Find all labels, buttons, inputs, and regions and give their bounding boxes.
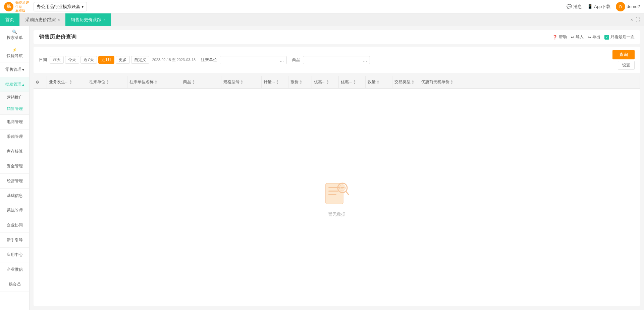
product-input-field[interactable] [306, 58, 362, 62]
sort-icon: ▲▼ [106, 80, 109, 85]
sidebar-item-sales-mgmt[interactable]: 销售管理 [0, 103, 29, 115]
date-btn-yesterday[interactable]: 昨天 [50, 56, 64, 64]
th-pretax-price[interactable]: 优惠前无税单价 ▲▼ [419, 76, 640, 88]
th-partner-name[interactable]: 往来单位名称 ▲▼ [127, 76, 181, 88]
sidebar-item-inventory[interactable]: 库存核算 [0, 144, 29, 159]
import-btn[interactable]: ↩ 导入 [571, 34, 584, 40]
table-header: ⚙ 业务发生... ▲▼ 往来单位 ▲▼ 往来单位名称 ▲▼ 商品 ▲▼ [34, 76, 640, 89]
sidebar-item-app-center[interactable]: 应用中心 [0, 248, 29, 262]
th-spec[interactable]: 规格型号 ▲▼ [221, 76, 262, 88]
tab-bar-actions: × ⛶ [626, 13, 644, 26]
checkbox-icon: ✓ [604, 35, 609, 40]
partner-input[interactable]: ... [220, 56, 287, 64]
table-body: 暂无数据 [34, 89, 640, 306]
sidebar-item-finance-mgmt[interactable]: 资金管理 [0, 159, 29, 174]
sidebar-item-basic-info[interactable]: 基础信息 [0, 189, 29, 203]
help-btn[interactable]: ❓ 帮助 [552, 34, 567, 40]
sidebar-item-purchase-mgmt[interactable]: 采购管理 [0, 130, 29, 144]
th-discount-rate[interactable]: 优惠... ▲▼ [312, 76, 339, 88]
sidebar-item-marketing[interactable]: 营销推广 [0, 92, 29, 103]
date-buttons: 昨天 今天 近7天 近1月 更多 自定义 [50, 56, 149, 64]
export-icon: ↪ [588, 35, 591, 40]
user-menu[interactable]: D demo2 [616, 2, 640, 11]
sort-icon: ▲▼ [300, 80, 302, 85]
th-quote-price[interactable]: 报价 ▲▼ [288, 76, 312, 88]
tab-purchase-history[interactable]: 采购历史价跟踪 × [20, 13, 65, 26]
empty-svg-icon [322, 177, 352, 207]
help-icon: ❓ [552, 35, 557, 40]
main-layout: 🔍 搜索菜单 ⚡ 快捷导航 零售管理 ▾ 批发管理 ▴ 营销推广 销售管理 电商… [0, 26, 644, 310]
close-all-tabs[interactable]: × [630, 17, 633, 22]
sidebar-item-enterprise-wechat[interactable]: 企业微信 [0, 262, 29, 277]
date-btn-7days[interactable]: 近7天 [80, 56, 97, 64]
close-purchase-tab[interactable]: × [58, 18, 60, 22]
th-biz-date[interactable]: 业务发生... ▲▼ [47, 76, 87, 88]
sidebar-item-search-menu[interactable]: 🔍 搜索菜单 [0, 26, 29, 44]
sort-icon: ▲▼ [353, 80, 356, 85]
th-product[interactable]: 商品 ▲▼ [181, 76, 221, 88]
th-unit[interactable]: 计量... ▲▼ [262, 76, 288, 88]
content-area: 销售历史价查询 ❓ 帮助 ↩ 导入 ↪ 导出 ✓ 只看最后一次 [30, 26, 644, 310]
app-icon: 📱 [587, 4, 593, 9]
chevron-down-icon: ▾ [22, 67, 24, 72]
import-icon: ↩ [571, 35, 574, 40]
sidebar-item-wholesale-mgmt[interactable]: 批发管理 ▴ [0, 77, 29, 92]
sidebar-item-retail-mgmt[interactable]: 零售管理 ▾ [0, 62, 29, 77]
settings-button[interactable]: 设置 [618, 61, 635, 70]
sort-icon: ▲▼ [377, 80, 379, 85]
product-filter-group: 商品 ... [292, 56, 370, 64]
th-settings[interactable]: ⚙ [34, 76, 47, 88]
logo-text: 畅捷通好生意 标准版 [15, 1, 31, 13]
svg-rect-1 [328, 187, 340, 188]
th-discount-amt[interactable]: 优惠... ▲▼ [339, 76, 366, 88]
sidebar-item-ecom-mgmt[interactable]: 电商管理 [0, 115, 29, 130]
header-right: 💬 消息 📱 App下载 D demo2 [567, 2, 640, 11]
th-quantity[interactable]: 数量 ▲▼ [366, 76, 392, 88]
sidebar-item-quick-nav[interactable]: ⚡ 快捷导航 [0, 44, 29, 62]
product-input[interactable]: ... [303, 56, 370, 64]
sidebar-item-ops-mgmt[interactable]: 经营管理 [0, 174, 29, 189]
sort-icon: ▲▼ [326, 80, 329, 85]
svg-rect-7 [340, 187, 344, 188]
only-last-checkbox[interactable]: ✓ 只看最后一次 [604, 34, 635, 40]
avatar: D [616, 2, 625, 11]
app-download-btn[interactable]: 📱 App下载 [587, 4, 610, 10]
date-btn-today[interactable]: 今天 [65, 56, 79, 64]
table-container: ⚙ 业务发生... ▲▼ 往来单位 ▲▼ 往来单位名称 ▲▼ 商品 ▲▼ [34, 76, 640, 306]
logo-icon: 畅 [4, 2, 13, 11]
sidebar-item-member[interactable]: 畅会员 [0, 277, 29, 292]
sort-icon: ▲▼ [450, 80, 453, 85]
filter-right: 查询 设置 [612, 50, 635, 70]
tab-sales-history[interactable]: 销售历史价跟踪 × [65, 13, 111, 26]
sidebar-item-enterprise[interactable]: 企业协同 [0, 218, 29, 233]
tab-home[interactable]: 首页 [0, 13, 20, 26]
query-button[interactable]: 查询 [612, 50, 635, 59]
sidebar-item-new-guide[interactable]: 新手引导 [0, 233, 29, 248]
maximize-btn[interactable]: ⛶ [636, 17, 640, 22]
sidebar-item-sys-mgmt[interactable]: 系统管理 [0, 203, 29, 218]
partner-input-field[interactable] [223, 58, 278, 62]
empty-text: 暂无数据 [328, 211, 345, 217]
sort-icon: ▲▼ [69, 80, 72, 85]
account-selector[interactable]: 办公用品行业模拟账套 ▾ [34, 2, 87, 11]
th-partner-code[interactable]: 往来单位 ▲▼ [87, 76, 127, 88]
th-trade-type[interactable]: 交易类型 ▲▼ [392, 76, 419, 88]
export-btn[interactable]: ↪ 导出 [588, 34, 600, 40]
sort-icon: ▲▼ [276, 80, 279, 85]
sort-icon: ▲▼ [155, 80, 157, 85]
product-picker-btn[interactable]: ... [363, 57, 367, 63]
product-label: 商品 [292, 57, 300, 63]
sidebar: 🔍 搜索菜单 ⚡ 快捷导航 零售管理 ▾ 批发管理 ▴ 营销推广 销售管理 电商… [0, 26, 30, 310]
close-sales-tab[interactable]: × [103, 18, 105, 22]
top-header: 畅 畅捷通好生意 标准版 办公用品行业模拟账套 ▾ 💬 消息 📱 App下载 D… [0, 0, 644, 13]
date-btn-1month[interactable]: 近1月 [98, 56, 115, 64]
date-btn-custom[interactable]: 自定义 [131, 56, 149, 64]
page-header: 销售历史价查询 ❓ 帮助 ↩ 导入 ↪ 导出 ✓ 只看最后一次 [34, 30, 640, 44]
sort-icon: ▲▼ [240, 80, 243, 85]
partner-picker-btn[interactable]: ... [280, 57, 284, 63]
message-btn[interactable]: 💬 消息 [567, 4, 582, 10]
message-icon: 💬 [567, 4, 572, 9]
date-btn-more[interactable]: 更多 [116, 56, 130, 64]
date-range: 2023-02-18 至 2023-03-18 [152, 57, 196, 62]
sort-icon: ▲▼ [192, 80, 195, 85]
